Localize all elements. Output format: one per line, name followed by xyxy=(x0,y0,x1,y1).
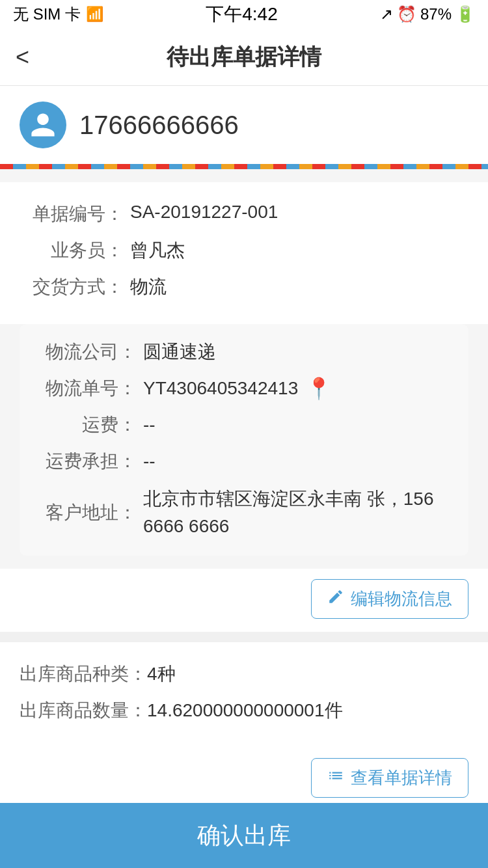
doc-number-row: 单据编号： SA-20191227-001 xyxy=(20,202,468,226)
location-status-icon: ↗ xyxy=(380,5,393,23)
company-label: 物流公司： xyxy=(33,340,137,364)
wifi-icon: 📶 xyxy=(86,6,103,23)
confirm-bar[interactable]: 确认出库 xyxy=(0,803,488,868)
goods-quantity-row: 出库商品数量： 14.620000000000001件 xyxy=(20,698,468,723)
address-row: 客户地址： 北京市市辖区海淀区永丰南 张，156 6666 6666 xyxy=(33,485,455,540)
page-title: 待出库单据详情 xyxy=(167,42,321,72)
status-time: 下午4:42 xyxy=(206,2,278,27)
view-detail-button[interactable]: 查看单据详情 xyxy=(311,758,468,798)
customer-section: 17666666666 xyxy=(0,86,488,164)
company-row: 物流公司： 圆通速递 xyxy=(33,340,455,364)
section-divider xyxy=(0,632,488,642)
nav-bar: < 待出库单据详情 xyxy=(0,29,488,86)
edit-logistics-row: 编辑物流信息 xyxy=(0,569,488,632)
tracking-location-icon[interactable]: 📍 xyxy=(306,376,332,401)
freight-row: 运费： -- xyxy=(33,413,455,437)
freight-label: 运费： xyxy=(33,413,137,437)
freight-burden-value: -- xyxy=(137,451,455,472)
status-right: ↗ ⏰ 87% 🔋 xyxy=(380,5,475,23)
status-bar: 无 SIM 卡 📶 下午4:42 ↗ ⏰ 87% 🔋 xyxy=(0,0,488,29)
user-icon xyxy=(29,111,57,139)
goods-section: 出库商品种类： 4种 出库商品数量： 14.620000000000001件 xyxy=(0,642,488,748)
goods-category-row: 出库商品种类： 4种 xyxy=(20,662,468,686)
battery-icon: 🔋 xyxy=(455,5,475,23)
tracking-row: 物流单号： YT4306405342413 📍 xyxy=(33,376,455,401)
delivery-label: 交货方式： xyxy=(20,275,124,299)
address-value: 北京市市辖区海淀区永丰南 张，156 6666 6666 xyxy=(137,485,455,540)
doc-number-value: SA-20191227-001 xyxy=(124,202,468,223)
freight-value: -- xyxy=(137,414,455,435)
avatar xyxy=(20,102,66,148)
doc-number-label: 单据编号： xyxy=(20,202,124,226)
battery-label: 87% xyxy=(420,5,452,23)
delivery-row: 交货方式： 物流 xyxy=(20,275,468,299)
salesperson-label: 业务员： xyxy=(20,238,124,263)
tracking-value: YT4306405342413 📍 xyxy=(137,376,455,401)
order-info-section: 单据编号： SA-20191227-001 业务员： 曾凡杰 交货方式： 物流 xyxy=(0,182,488,324)
tracking-label: 物流单号： xyxy=(33,376,137,401)
logistics-card: 物流公司： 圆通速递 物流单号： YT4306405342413 📍 运费： -… xyxy=(20,324,468,556)
goods-category-value: 4种 xyxy=(147,662,468,686)
goods-quantity-value: 14.620000000000001件 xyxy=(147,698,468,723)
status-left: 无 SIM 卡 📶 xyxy=(13,4,103,25)
company-value: 圆通速递 xyxy=(137,340,455,364)
address-label: 客户地址： xyxy=(33,500,137,525)
list-icon xyxy=(327,767,344,789)
customer-phone: 17666666666 xyxy=(79,111,239,140)
goods-quantity-label: 出库商品数量： xyxy=(20,698,147,723)
salesperson-value: 曾凡杰 xyxy=(124,238,468,263)
clock-icon: ⏰ xyxy=(397,5,416,23)
edit-logistics-button[interactable]: 编辑物流信息 xyxy=(311,579,468,619)
delivery-value: 物流 xyxy=(124,275,468,299)
view-detail-row: 查看单据详情 xyxy=(0,748,488,811)
freight-burden-row: 运费承担： -- xyxy=(33,449,455,474)
goods-category-label: 出库商品种类： xyxy=(20,662,147,686)
salesperson-row: 业务员： 曾凡杰 xyxy=(20,238,468,263)
dashed-divider xyxy=(0,164,488,169)
edit-icon xyxy=(327,588,344,610)
back-button[interactable]: < xyxy=(16,44,29,71)
confirm-button-label: 确认出库 xyxy=(197,820,291,852)
carrier-label: 无 SIM 卡 xyxy=(13,4,81,25)
freight-burden-label: 运费承担： xyxy=(33,449,137,474)
